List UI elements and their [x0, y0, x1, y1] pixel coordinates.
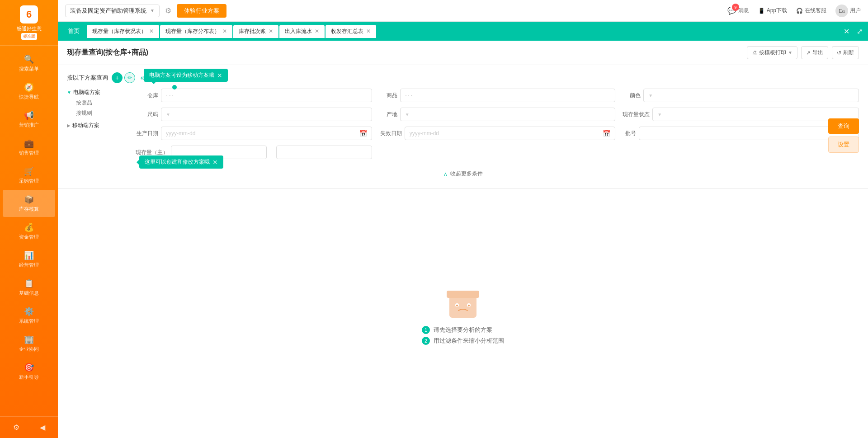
- sidebar-item-operation[interactable]: 📊 经营管理: [3, 246, 55, 273]
- warehouse-input[interactable]: ···: [161, 89, 372, 102]
- close-tab-collect-icon[interactable]: ✕: [366, 28, 371, 34]
- expand-mobile-icon: ▶: [67, 123, 71, 128]
- page-actions: 🖨 按模板打印 ▼ ↗ 导出 ↺ 刷新: [747, 46, 859, 59]
- main-area: 装备及固定资产辅助管理系统 ▼ ⚙ 体验行业方案 💬 9 消息 📱 App下载 …: [58, 0, 868, 438]
- expand-icon: ▼: [67, 90, 71, 95]
- tooltip2-close-icon[interactable]: ✕: [212, 159, 218, 166]
- filter-row-3: 生产日期 yyyy-mm-dd 📅 失效日期 yyyy-mm-dd 📅: [136, 127, 859, 140]
- tooltip-create-hint: 这里可以创建和修改方案哦 ✕: [139, 155, 223, 169]
- app-download-button[interactable]: 📱 App下载: [758, 7, 787, 14]
- chevron-down-color-icon: ▼: [648, 93, 653, 98]
- sidebar-item-marketing[interactable]: 📢 营销推广: [3, 106, 55, 133]
- reset-button[interactable]: 设置: [828, 137, 859, 153]
- sidebar-item-search-menu[interactable]: 🔍 搜索菜单: [3, 50, 55, 77]
- close-tab-inout-icon[interactable]: ✕: [315, 28, 319, 34]
- online-service-button[interactable]: 🎧 在线客服: [796, 7, 826, 14]
- edit-schema-button[interactable]: ✏: [124, 72, 135, 83]
- settings-bottom-icon[interactable]: ⚙: [11, 421, 21, 433]
- sidebar-item-enterprise[interactable]: 🏢 企业协同: [3, 330, 55, 357]
- message-button[interactable]: 💬 9 消息: [727, 6, 749, 15]
- tab-collect-send[interactable]: 收发存汇总表 ✕: [326, 25, 376, 38]
- stock-qty-to[interactable]: [276, 146, 372, 159]
- arrow-down-icon: ▼: [788, 50, 793, 55]
- page-header: 现存量查询(按仓库+商品) 🖨 按模板打印 ▼ ↗ 导出 ↺ 刷新: [58, 41, 868, 65]
- sidebar-item-label: 搜索菜单: [19, 66, 39, 72]
- filter-row-4: 现存量（主） —: [136, 146, 859, 159]
- sidebar-nav: 🔍 搜索菜单 🧭 快捷导航 📢 营销推广 💼 销售管理 🛒 采购管理 📦 库存核…: [0, 46, 58, 416]
- filter-area: 按以下方案查询 + ✏ « 电脑方案可设为移动方案哦 ✕: [58, 65, 868, 189]
- tab-bar: 首页 现存量（库存状况表） ✕ 现存量（库存分布表） ✕ 库存批次账 ✕ 出入库…: [58, 22, 868, 41]
- calendar2-icon: 📅: [603, 130, 610, 137]
- batch-input[interactable]: [639, 127, 859, 140]
- color-label: 颜色: [623, 92, 641, 99]
- product-input[interactable]: ···: [400, 89, 616, 102]
- chevron-down-status-icon: ▼: [657, 112, 662, 117]
- top-header: 装备及固定资产辅助管理系统 ▼ ⚙ 体验行业方案 💬 9 消息 📱 App下载 …: [58, 0, 868, 22]
- sidebar-logo: 6 畅通好生意 标准版: [0, 0, 58, 46]
- app-logo-icon: 6: [20, 5, 38, 24]
- prod-date-input[interactable]: yyyy-mm-dd 📅: [161, 127, 372, 140]
- tab-bar-end-buttons: ✕ ⤢: [842, 25, 864, 38]
- sidebar-item-quick-nav[interactable]: 🧭 快捷导航: [3, 78, 55, 105]
- schema-item-1[interactable]: 按照品: [76, 98, 130, 108]
- maximize-icon[interactable]: ⤢: [855, 25, 864, 38]
- export-icon: ↗: [806, 50, 811, 56]
- tooltip1-close-icon[interactable]: ✕: [217, 72, 222, 79]
- finance-icon: 💰: [24, 222, 34, 232]
- color-select[interactable]: ▼: [643, 89, 859, 102]
- filter-label: 按以下方案查询: [67, 74, 108, 82]
- schema-mobile-label: 移动端方案: [72, 122, 99, 129]
- close-tab-inventory-dist-icon[interactable]: ✕: [222, 28, 227, 34]
- stock-qty-label: 现存量（主）: [136, 149, 168, 156]
- origin-select[interactable]: ▼: [400, 108, 616, 121]
- sidebar-item-inventory[interactable]: 📦 库存核算: [3, 190, 55, 217]
- sidebar-footer: ⚙ ◀: [0, 416, 58, 438]
- empty-hint-2: 2 用过滤条件来缩小分析范围: [422, 337, 504, 345]
- dots-icon: ···: [166, 91, 175, 99]
- filter-fields: 仓库 ··· 商品 ··· 颜色: [136, 89, 859, 161]
- empty-hints: 1 请先选择要分析的方案 2 用过滤条件来缩小分析范围: [422, 326, 504, 345]
- message-icon: 💬 9: [727, 6, 736, 15]
- tab-inout-flow[interactable]: 出入库流水 ✕: [279, 25, 325, 38]
- sidebar-item-purchase[interactable]: 🛒 采购管理: [3, 162, 55, 189]
- edit-icon: ✏: [127, 75, 132, 81]
- tab-inventory-status[interactable]: 现存量（库存状况表） ✕: [87, 25, 159, 38]
- export-button[interactable]: ↗ 导出: [801, 46, 828, 59]
- sidebar-item-sales[interactable]: 💼 销售管理: [3, 134, 55, 161]
- close-tab-batch-icon[interactable]: ✕: [269, 28, 273, 34]
- tooltip2-text: 这里可以创建和修改方案哦: [145, 158, 210, 166]
- schema-list: ▼ 电脑端方案 按照品 接规则 ▶ 移动端方案: [67, 89, 130, 161]
- schema-desktop[interactable]: ▼ 电脑端方案: [67, 89, 130, 96]
- search-button[interactable]: 查询: [828, 118, 859, 134]
- schema-mobile[interactable]: ▶ 移动端方案: [67, 122, 130, 129]
- schema-section: ▼ 电脑端方案 按照品 接规则 ▶ 移动端方案 这里可以创建和修改方案哦: [67, 89, 859, 161]
- user-menu[interactable]: Ea 用户: [835, 5, 861, 17]
- quick-nav-icon: 🧭: [24, 82, 34, 92]
- template-print-button[interactable]: 🖨 按模板打印 ▼: [747, 46, 797, 59]
- collapse-sidebar-icon[interactable]: ◀: [38, 421, 47, 433]
- expire-date-input[interactable]: yyyy-mm-dd 📅: [405, 127, 616, 140]
- plan-button[interactable]: 体验行业方案: [177, 4, 226, 18]
- tab-home[interactable]: 首页: [61, 24, 86, 39]
- size-select[interactable]: ▼: [161, 108, 372, 121]
- headset-icon: 🎧: [796, 8, 803, 14]
- close-tab-inventory-status-icon[interactable]: ✕: [149, 28, 154, 34]
- sidebar-item-system[interactable]: ⚙️ 系统管理: [3, 302, 55, 329]
- add-schema-button[interactable]: +: [112, 72, 123, 83]
- schema-item-2[interactable]: 接规则: [76, 108, 130, 118]
- tab-batch-ledger[interactable]: 库存批次账 ✕: [233, 25, 278, 38]
- range-dash: —: [269, 149, 274, 156]
- filter-row-2: 尺码 ▼ 产地 ▼ 现存量状态: [136, 108, 859, 121]
- close-all-tabs-icon[interactable]: ✕: [842, 25, 851, 38]
- stock-status-label: 现存量状态: [623, 111, 650, 118]
- phone-icon: 📱: [758, 8, 765, 14]
- system-selector[interactable]: 装备及固定资产辅助管理系统 ▼: [65, 5, 160, 17]
- settings-icon[interactable]: ⚙: [165, 6, 171, 15]
- sidebar-item-guide[interactable]: 🎯 新手引导: [3, 358, 55, 385]
- refresh-button[interactable]: ↺ 刷新: [832, 46, 859, 59]
- guide-icon: 🎯: [24, 363, 34, 372]
- tab-inventory-dist[interactable]: 现存量（库存分布表） ✕: [160, 25, 232, 38]
- sidebar-item-basic[interactable]: 📋 基础信息: [3, 274, 55, 301]
- sidebar-item-finance[interactable]: 💰 资金管理: [3, 218, 55, 245]
- filter-row-1: 仓库 ··· 商品 ··· 颜色: [136, 89, 859, 102]
